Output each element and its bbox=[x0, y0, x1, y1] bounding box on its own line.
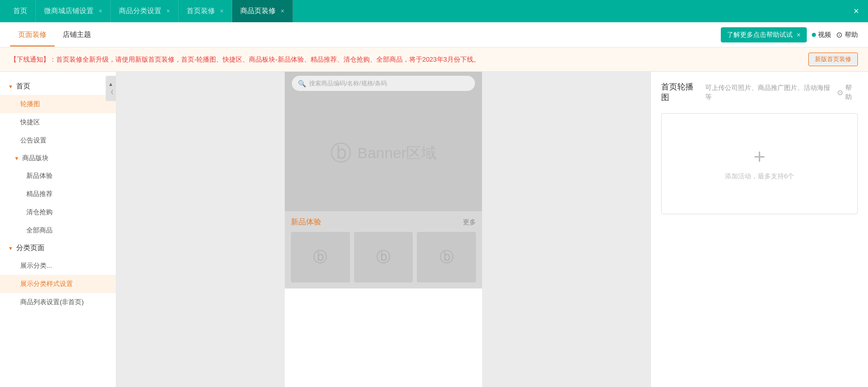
sidebar-group-home[interactable]: ▼ 首页 bbox=[0, 78, 116, 95]
tab-category-settings-close[interactable]: × bbox=[166, 8, 170, 15]
product-icon-3: ⓑ bbox=[440, 248, 454, 267]
sidebar-item-new-exp[interactable]: 新品体验 bbox=[0, 167, 116, 185]
product-card-2: ⓑ bbox=[354, 232, 413, 282]
sub-tab-store-theme[interactable]: 店铺主题 bbox=[55, 23, 99, 46]
phone-preview: 🔍 搜索商品编码/名称/规格/条码 ⓑ Banner区域 新品体验 更多 bbox=[285, 72, 482, 387]
product-icon-1: ⓑ bbox=[313, 248, 327, 267]
question-icon: ⊙ bbox=[836, 30, 843, 39]
product-section: 新品体验 更多 ⓑ ⓑ ⓑ bbox=[285, 211, 482, 288]
right-panel: 首页轮播图 可上传公司照片、商品推广图片、活动海报等 ⊙ 帮助 + 添加活动，最… bbox=[650, 72, 868, 387]
tab-store-settings-close[interactable]: × bbox=[99, 8, 102, 15]
notice-text: 【下线通知】：首页装修全新升级，请使用新版首页装修，首页-轮播图、快捷区、商品板… bbox=[10, 55, 802, 64]
search-icon: 🔍 bbox=[298, 80, 306, 87]
tab-home[interactable]: 首页 bbox=[5, 0, 36, 22]
video-dot-icon bbox=[812, 33, 816, 37]
product-grid: ⓑ ⓑ ⓑ bbox=[291, 232, 476, 282]
product-section-title: 新品体验 bbox=[291, 217, 321, 227]
sidebar-item-category-style[interactable]: 展示分类样式设置 bbox=[0, 275, 116, 293]
help-banner-close[interactable]: × bbox=[797, 31, 801, 39]
product-card-1: ⓑ bbox=[291, 232, 350, 282]
add-activity-box[interactable]: + 添加活动，最多支持6个 bbox=[661, 113, 858, 214]
sidebar-subgroup-product-block[interactable]: ▼ 商品版块 bbox=[0, 150, 116, 167]
tab-product-decor-close[interactable]: × bbox=[281, 8, 284, 15]
product-card-3: ⓑ bbox=[417, 232, 476, 282]
preview-area: 🔍 搜索商品编码/名称/规格/条码 ⓑ Banner区域 新品体验 更多 bbox=[116, 72, 650, 387]
search-bar-inner: 🔍 搜索商品编码/名称/规格/条码 bbox=[292, 76, 475, 91]
sidebar-item-all-products[interactable]: 全部商品 bbox=[0, 221, 116, 239]
category-group-arrow-icon: ▼ bbox=[8, 246, 13, 251]
product-section-header: 新品体验 更多 bbox=[291, 217, 476, 227]
right-panel-help-button[interactable]: ⊙ 帮助 bbox=[837, 83, 858, 102]
banner-logo-icon: ⓑ bbox=[330, 139, 352, 167]
notice-bar: 【下线通知】：首页装修全新升级，请使用新版首页装修，首页-轮播图、快捷区、商品板… bbox=[0, 47, 868, 72]
banner-text: Banner区域 bbox=[358, 143, 437, 164]
help-button[interactable]: ⊙ 帮助 bbox=[836, 30, 858, 39]
tab-store-settings[interactable]: 微商城店铺设置 × bbox=[36, 0, 111, 22]
sidebar-group-category[interactable]: ▼ 分类页面 bbox=[0, 239, 116, 257]
new-home-decor-button[interactable]: 新版首页装修 bbox=[808, 53, 858, 66]
video-button[interactable]: 视频 bbox=[812, 30, 831, 39]
close-all-button[interactable]: × bbox=[849, 6, 863, 17]
search-bar-preview: 🔍 搜索商品编码/名称/规格/条码 bbox=[285, 72, 482, 95]
product-icon-2: ⓑ bbox=[376, 248, 390, 267]
sidebar-item-show-category[interactable]: 展示分类... bbox=[0, 257, 116, 275]
sidebar-item-banner[interactable]: 轮播图 bbox=[0, 95, 116, 113]
product-section-more: 更多 bbox=[463, 218, 476, 227]
tab-product-decor[interactable]: 商品页装修 × bbox=[232, 0, 293, 22]
sidebar-item-clearance[interactable]: 清仓抢购 bbox=[0, 203, 116, 221]
right-panel-header: 首页轮播图 可上传公司照片、商品推广图片、活动海报等 ⊙ 帮助 bbox=[661, 82, 858, 103]
sidebar-collapse-button[interactable]: ▲ 《 bbox=[106, 76, 116, 101]
tab-category-settings[interactable]: 商品分类设置 × bbox=[111, 0, 179, 22]
sidebar-item-shortcuts[interactable]: 快捷区 bbox=[0, 113, 116, 131]
sub-tab-bar: 页面装修 店铺主题 了解更多点击帮助试试 × 视频 ⊙ 帮助 bbox=[0, 22, 868, 47]
sidebar-nav: ▼ 首页 轮播图 快捷区 公告设置 ▼ 商品版块 新品体验 bbox=[0, 72, 116, 317]
sidebar: ▲ 《 ▼ 首页 轮播图 快捷区 公告设置 bbox=[0, 72, 116, 387]
banner-area: ⓑ Banner区域 bbox=[285, 95, 482, 211]
right-panel-question-icon: ⊙ bbox=[837, 88, 843, 96]
sub-tab-page-decor[interactable]: 页面装修 bbox=[10, 23, 55, 46]
tab-home-decor[interactable]: 首页装修 × bbox=[179, 0, 232, 22]
help-banner[interactable]: 了解更多点击帮助试试 × bbox=[721, 27, 807, 42]
right-panel-desc: 可上传公司照片、商品推广图片、活动海报等 bbox=[705, 83, 832, 102]
right-panel-title: 首页轮播图 bbox=[661, 82, 700, 103]
main-container: 页面装修 店铺主题 了解更多点击帮助试试 × 视频 ⊙ 帮助 【下线通知】：首页… bbox=[0, 22, 868, 387]
add-activity-plus-icon: + bbox=[754, 147, 765, 167]
sidebar-item-notice[interactable]: 公告设置 bbox=[0, 131, 116, 150]
sidebar-item-featured[interactable]: 精品推荐 bbox=[0, 185, 116, 203]
home-group-arrow-icon: ▼ bbox=[8, 84, 13, 89]
content-area: ▲ 《 ▼ 首页 轮播图 快捷区 公告设置 bbox=[0, 72, 868, 387]
add-activity-text: 添加活动，最多支持6个 bbox=[725, 172, 794, 181]
sidebar-item-product-list[interactable]: 商品列表设置(非首页) bbox=[0, 293, 116, 311]
tab-home-decor-close[interactable]: × bbox=[220, 8, 224, 15]
sub-tab-help-area: 了解更多点击帮助试试 × 视频 ⊙ 帮助 bbox=[721, 27, 858, 42]
tab-bar: 首页 微商城店铺设置 × 商品分类设置 × 首页装修 × 商品页装修 × × bbox=[0, 0, 868, 22]
product-block-arrow-icon: ▼ bbox=[14, 156, 19, 161]
